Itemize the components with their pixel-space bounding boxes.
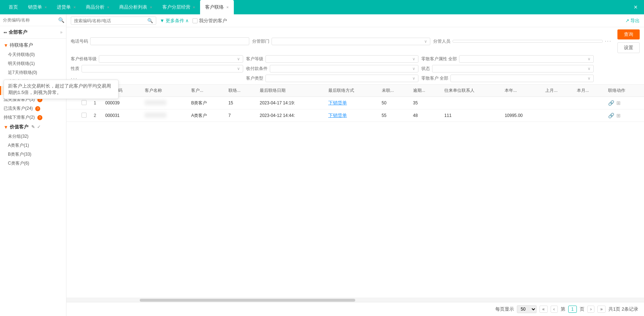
close-product-analysis[interactable]: × <box>107 0 109 14</box>
dept-select[interactable]: ∨ <box>272 38 431 45</box>
sidebar-item-7days[interactable]: 近7天待联络(0) <box>0 68 66 77</box>
sidebar-search-icon[interactable]: 🔍 <box>58 17 64 23</box>
close-sales-order[interactable]: × <box>45 0 47 14</box>
th-this-month[interactable]: 本月... <box>573 85 604 97</box>
filter-cell-phone: 电话号码 <box>71 37 249 45</box>
sidebar-value-group[interactable]: ▼ 价值客户 ✎ ✓ <box>0 122 66 132</box>
sidebar: 🔍 ▪▪ 全部客户 » ▼ 待联络客户 今天待联络(0) 明天待联络(1) 近7… <box>0 14 66 316</box>
row1-action: 🔗 ⊞ <box>604 97 644 109</box>
filter-cell-dept: 分管部门 ∨ <box>252 38 431 45</box>
status-select[interactable]: ∨ <box>432 65 594 72</box>
settings-button[interactable]: 设置 <box>617 42 640 53</box>
row1-action-link-icon[interactable]: 🔗 <box>608 100 614 106</box>
prev-page-btn[interactable]: ‹ <box>551 306 558 313</box>
my-customers-checkbox[interactable]: 我分管的客户 <box>193 18 227 24</box>
customer-level-select[interactable]: ∨ <box>265 55 418 63</box>
th-type[interactable]: 客户... <box>187 85 224 97</box>
filter-cell-price-level: 客户价格等级 ∨ <box>71 55 243 63</box>
sidebar-header: ▪▪ 全部客户 » <box>0 26 66 39</box>
my-customers-check[interactable] <box>193 18 198 23</box>
price-level-select[interactable]: ∨ <box>99 55 243 63</box>
row2-type: A类客户 <box>187 109 224 122</box>
filter-icon: ▼ <box>160 18 165 23</box>
filter-cell-status: 状态 ∨ <box>421 65 594 72</box>
row2-contacts: 111 <box>441 109 501 122</box>
nav-customer-tier[interactable]: 客户分层经营 × <box>157 0 200 14</box>
nav-product-analysis[interactable]: 商品分析 × <box>81 0 114 14</box>
row2-last-date: 2023-04-12 14:44: <box>256 109 325 122</box>
filter-rows: 电话号码 分管部门 ∨ 分管人员 ··· <box>66 27 644 85</box>
query-button[interactable]: 查询 <box>617 29 640 39</box>
th-name[interactable]: 客户名称 <box>141 85 187 97</box>
phone-input[interactable] <box>90 37 249 45</box>
payment-select[interactable]: ∨ <box>270 65 418 72</box>
current-page-display[interactable]: 1 <box>568 306 577 313</box>
th-this-year[interactable]: 本年... <box>501 85 542 97</box>
row1-method-link[interactable]: 下销货单 <box>328 100 347 105</box>
per-page-select[interactable]: 50 10 20 100 <box>517 305 537 313</box>
sidebar-group-pending[interactable]: ▼ 待联络客户 <box>0 40 66 50</box>
sidebar-item-unclassified[interactable]: 未分组(32) <box>0 132 66 141</box>
more-conditions-btn[interactable]: ▼ 更多条件 ∧ <box>160 18 189 24</box>
edit-value-group-icon[interactable]: ✎ <box>31 124 35 129</box>
top-nav: 首页 销货单 × 进货单 × 商品分析 × 商品分析列表 × 客户分层经营 × … <box>0 0 644 14</box>
row1-last-month <box>542 97 573 109</box>
manager-select[interactable] <box>453 40 602 43</box>
close-customer-contact[interactable]: × <box>226 0 228 14</box>
data-table: ⚙ # 客户编码 客户名称 客户... 联络... 最后联络日期 最后联络方式 … <box>66 85 644 122</box>
window-close-button[interactable]: × <box>631 4 640 11</box>
close-purchase-order[interactable]: × <box>73 0 75 14</box>
sidebar-item-lost-customers[interactable]: 已流失客户(24) ? <box>0 104 66 113</box>
th-last-month[interactable]: 上月... <box>542 85 573 97</box>
nav-home[interactable]: 首页 <box>4 0 23 14</box>
export-button[interactable]: ↗ 导出 <box>625 18 640 24</box>
nature-select[interactable]: ∨ <box>82 65 243 72</box>
sidebar-item-class-c[interactable]: C类客户(6) <box>0 159 66 168</box>
close-customer-tier[interactable]: × <box>193 0 195 14</box>
nav-product-analysis-list[interactable]: 商品分析列表 × <box>114 0 157 14</box>
first-page-btn[interactable]: « <box>539 306 548 313</box>
scroll-bar-area <box>66 298 644 302</box>
row2-action-link-icon[interactable]: 🔗 <box>608 113 614 118</box>
row1-action-grid-icon[interactable]: ⊞ <box>616 100 621 106</box>
row2-this-year: 10995.00 <box>501 109 542 122</box>
nav-sales-order[interactable]: 销货单 × <box>23 0 52 14</box>
nav-customer-contact[interactable]: 客户联络 × <box>200 0 233 14</box>
info-icon-lost[interactable]: ? <box>35 106 40 111</box>
row1-type: B类客户 <box>187 97 224 109</box>
nav-purchase-order[interactable]: 进货单 × <box>52 0 80 14</box>
sidebar-item-today[interactable]: 今天待联络(0) <box>0 50 66 59</box>
row2-action-grid-icon[interactable]: ⊞ <box>616 113 621 118</box>
sidebar-item-class-a[interactable]: A类客户(1) <box>0 141 66 150</box>
th-overdue[interactable]: 逾期... <box>409 85 441 97</box>
sidebar-item-class-b[interactable]: B类客户(33) <box>0 150 66 159</box>
th-last-contact-date[interactable]: 最后联络日期 <box>256 85 325 97</box>
th-contacts[interactable]: 往来单位联系人 <box>441 85 501 97</box>
close-product-analysis-list[interactable]: × <box>150 0 152 14</box>
next-page-btn[interactable]: › <box>587 306 594 313</box>
sidebar-item-declining[interactable]: 持续下滑客户(2) ? <box>0 113 66 122</box>
retail-attr-select[interactable]: ∨ <box>459 55 594 63</box>
th-no-contact[interactable]: 未联... <box>378 85 409 97</box>
row2-checkbox[interactable] <box>78 109 90 122</box>
sidebar-search-input[interactable] <box>3 18 57 23</box>
export-icon: ↗ <box>625 18 629 23</box>
customer-type-select[interactable]: ∨ <box>265 75 418 82</box>
nature-chevron: ∨ <box>237 66 240 71</box>
manager-dots[interactable]: ··· <box>605 38 612 44</box>
check-icon[interactable]: ✓ <box>37 124 41 129</box>
th-contact-count[interactable]: 联络... <box>225 85 256 97</box>
tooltip-box: 距客户上次交易时长，超过了此客户的平均交易周期的1.5倍，则视为异常。 <box>66 80 119 99</box>
last-page-btn[interactable]: » <box>597 306 606 313</box>
horizontal-scroll-thumb[interactable] <box>140 299 355 302</box>
th-last-contact-method[interactable]: 最后联络方式 <box>325 85 378 97</box>
retail-select[interactable]: ∨ <box>450 75 594 82</box>
sidebar-item-tomorrow[interactable]: 明天待联络(1) <box>0 59 66 68</box>
search-icon-main[interactable]: 🔍 <box>147 18 153 23</box>
info-icon-declining[interactable]: ? <box>37 115 42 120</box>
row2-method-link[interactable]: 下销货单 <box>328 113 347 118</box>
customer-type-chevron: ∨ <box>412 76 415 81</box>
main-search-input[interactable] <box>74 18 146 23</box>
retail-attr-chevron: ∨ <box>588 57 590 61</box>
sidebar-collapse-icon[interactable]: » <box>60 30 62 35</box>
